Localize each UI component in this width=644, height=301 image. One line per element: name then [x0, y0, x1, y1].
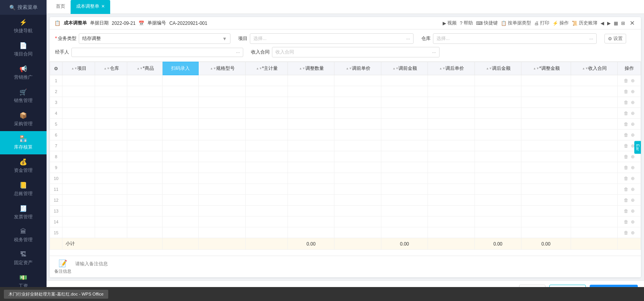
table-cell[interactable]	[95, 195, 127, 206]
table-cell[interactable]	[95, 151, 127, 162]
table-cell[interactable]	[199, 108, 245, 119]
table-cell[interactable]	[62, 130, 95, 140]
th-income-contract[interactable]: ▲▼收入合同	[571, 62, 617, 75]
table-cell[interactable]	[62, 195, 95, 206]
copy-row-button[interactable]: ⊕	[631, 111, 635, 116]
table-cell[interactable]	[245, 216, 287, 227]
table-cell[interactable]	[199, 97, 245, 108]
copy-row-button[interactable]: ⊕	[631, 78, 635, 83]
th-before-amount[interactable]: ▲▼调前金额	[381, 62, 428, 75]
tab-cost-adjust[interactable]: 成本调整单 ✕	[71, 0, 110, 14]
table-cell[interactable]	[127, 195, 163, 206]
table-cell[interactable]	[127, 140, 163, 151]
delete-row-button[interactable]: 🗑	[624, 154, 628, 159]
table-cell[interactable]	[245, 184, 287, 195]
delete-row-button[interactable]: 🗑	[624, 187, 628, 192]
sidebar-item-invoice-mgmt[interactable]: 🧾 发票管理	[0, 201, 47, 224]
table-cell[interactable]	[163, 119, 199, 130]
table-cell[interactable]	[163, 86, 199, 97]
th-project[interactable]: ▲▼项目	[62, 62, 95, 75]
table-cell[interactable]	[95, 216, 127, 227]
table-cell[interactable]	[95, 173, 127, 184]
toolbar-history[interactable]: 📜 历史账簿	[572, 20, 597, 26]
th-scan-input[interactable]: 扫码录入	[163, 62, 199, 75]
table-cell[interactable]	[127, 130, 163, 140]
table-cell[interactable]	[245, 119, 287, 130]
table-cell[interactable]	[127, 216, 163, 227]
toolbar-check-similar[interactable]: 📋 按单据类型	[501, 20, 531, 26]
table-cell[interactable]	[163, 206, 199, 216]
table-cell[interactable]	[95, 206, 127, 216]
sidebar-item-fixed-assets[interactable]: 🏗 固定资产	[0, 247, 47, 270]
table-cell[interactable]	[245, 151, 287, 162]
table-cell[interactable]	[62, 75, 95, 86]
copy-row-button[interactable]: ⊕	[631, 132, 635, 138]
table-cell[interactable]	[199, 75, 245, 86]
th-before-price[interactable]: ▲▼调前单价	[334, 62, 381, 75]
toolbar-shortcut[interactable]: ⌨ 快捷键	[476, 20, 498, 26]
table-cell[interactable]	[199, 173, 245, 184]
copy-row-button[interactable]: ⊕	[631, 143, 635, 149]
table-cell[interactable]	[127, 206, 163, 216]
table-cell[interactable]	[95, 97, 127, 108]
table-cell[interactable]	[245, 97, 287, 108]
table-cell[interactable]	[163, 75, 199, 86]
table-cell[interactable]	[62, 173, 95, 184]
th-adjust-qty[interactable]: ▲▼调整数量	[288, 62, 334, 75]
copy-row-button[interactable]: ⊕	[631, 165, 635, 170]
sidebar-item-sales-promo[interactable]: 📢 营销推广	[0, 61, 47, 85]
table-cell[interactable]	[62, 206, 95, 216]
copy-row-button[interactable]: ⊕	[631, 187, 635, 192]
copy-row-button[interactable]: ⊕	[631, 100, 635, 105]
table-cell[interactable]	[199, 216, 245, 227]
toolbar-operate[interactable]: ⚡ 操作	[552, 20, 569, 26]
table-cell[interactable]	[95, 184, 127, 195]
table-cell[interactable]	[199, 195, 245, 206]
tab-home[interactable]: 首页	[50, 0, 71, 14]
delete-row-button[interactable]: 🗑	[624, 197, 628, 203]
table-cell[interactable]	[127, 151, 163, 162]
toolbar-nav-prev[interactable]: ◀	[601, 21, 604, 26]
table-cell[interactable]	[95, 130, 127, 140]
table-cell[interactable]	[127, 108, 163, 119]
edge-tab[interactable]: Ear	[634, 141, 641, 154]
delete-row-button[interactable]: 🗑	[624, 121, 628, 127]
table-cell[interactable]	[62, 184, 95, 195]
table-cell[interactable]	[199, 86, 245, 97]
sidebar-item-project-contract[interactable]: 📄 项目合同	[0, 38, 47, 61]
table-cell[interactable]	[199, 184, 245, 195]
table-cell[interactable]	[199, 162, 245, 173]
table-cell[interactable]	[127, 119, 163, 130]
sidebar-item-fund-mgmt[interactable]: 💰 资金管理	[0, 154, 47, 178]
doc-close-button[interactable]: ✕	[628, 19, 636, 27]
table-cell[interactable]	[245, 75, 287, 86]
copy-row-button[interactable]: ⊕	[631, 89, 635, 94]
sidebar-item-inventory-calc[interactable]: 🏪 库存核算	[0, 131, 47, 154]
toolbar-print[interactable]: 🖨 打印	[534, 20, 549, 26]
table-cell[interactable]	[163, 108, 199, 119]
table-cell[interactable]	[62, 86, 95, 97]
delete-row-button[interactable]: 🗑	[624, 230, 628, 235]
table-cell[interactable]	[127, 184, 163, 195]
delete-row-button[interactable]: 🗑	[624, 100, 628, 105]
table-cell[interactable]	[199, 151, 245, 162]
table-cell[interactable]	[163, 173, 199, 184]
table-cell[interactable]	[245, 195, 287, 206]
business-type-select[interactable]: 结存调整 ▼	[79, 33, 230, 44]
toolbar-help[interactable]: ? 帮助	[460, 20, 473, 26]
sidebar-item-quick-nav[interactable]: ⚡ 快捷导航	[0, 15, 47, 38]
toolbar-view[interactable]: ▶ 视频	[443, 20, 457, 26]
table-cell[interactable]	[163, 195, 199, 206]
table-cell[interactable]	[245, 108, 287, 119]
date-icon[interactable]: 📅	[138, 21, 144, 26]
warehouse-input[interactable]: 选择... ···	[433, 33, 597, 44]
copy-row-button[interactable]: ⊕	[631, 154, 635, 159]
table-cell[interactable]	[127, 173, 163, 184]
delete-row-button[interactable]: 🗑	[624, 78, 628, 83]
toolbar-grid-view[interactable]: ▦	[614, 21, 618, 26]
taskbar-item[interactable]: 木门行业好业财处理方案-墓红红.doc - WPS Office	[4, 290, 108, 299]
delete-row-button[interactable]: 🗑	[624, 208, 628, 214]
tab-close-icon[interactable]: ✕	[101, 4, 105, 9]
table-cell[interactable]	[95, 227, 127, 238]
table-cell[interactable]	[245, 173, 287, 184]
